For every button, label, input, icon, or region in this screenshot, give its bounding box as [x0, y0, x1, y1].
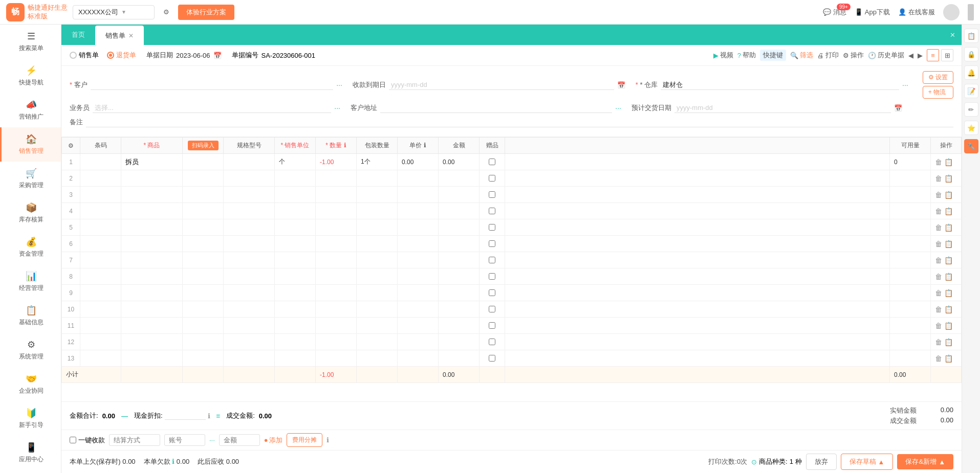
- spec-input-6[interactable]: [228, 256, 270, 264]
- product-input-10[interactable]: [125, 322, 178, 329]
- row-note-6[interactable]: [505, 252, 890, 268]
- row-unit-price-1[interactable]: [398, 170, 439, 187]
- col-settings[interactable]: ⚙: [62, 138, 80, 154]
- gift-check-8[interactable]: [489, 289, 495, 296]
- history-btn[interactable]: 🕐历史单据: [868, 51, 904, 60]
- warehouse-dots[interactable]: ···: [902, 81, 908, 89]
- tab-home[interactable]: 首页: [61, 25, 95, 45]
- delete-icon-4[interactable]: 🗑: [935, 223, 942, 232]
- right-panel-btn-5[interactable]: ✏: [964, 102, 978, 117]
- spec-input-9[interactable]: [228, 305, 270, 313]
- barcode-input-2[interactable]: [84, 191, 117, 198]
- row-note-2[interactable]: [505, 187, 890, 203]
- row-barcode-10[interactable]: [80, 318, 121, 334]
- spec-input-12[interactable]: [228, 354, 270, 362]
- delivery-date-input[interactable]: [674, 103, 891, 113]
- row-qty-2[interactable]: [316, 187, 357, 203]
- row-qty-3[interactable]: [316, 203, 357, 219]
- row-gift-8[interactable]: [480, 285, 505, 301]
- row-gift-11[interactable]: [480, 334, 505, 350]
- row-spec-1[interactable]: [224, 170, 275, 187]
- row-spec-11[interactable]: [224, 334, 275, 350]
- delete-icon-5[interactable]: 🗑: [935, 240, 942, 248]
- sidebar-item-finance[interactable]: 💰 资金管理: [0, 230, 61, 264]
- row-barcode-3[interactable]: [80, 203, 121, 219]
- sidebar-item-base[interactable]: 📋 基础信息: [0, 299, 61, 333]
- sidebar-item-wechat[interactable]: 💬 企业微信: [0, 470, 61, 473]
- row-qty-5[interactable]: [316, 236, 357, 252]
- salesman-dots[interactable]: ···: [334, 104, 340, 112]
- copy-icon-11[interactable]: 📋: [944, 338, 953, 346]
- row-spec-10[interactable]: [224, 318, 275, 334]
- row-gift-1[interactable]: [480, 170, 505, 187]
- tab-close-all-icon[interactable]: ✕: [950, 31, 955, 39]
- delete-icon-6[interactable]: 🗑: [935, 256, 942, 264]
- row-product-5[interactable]: [121, 236, 183, 252]
- sidebar-item-apps[interactable]: 📱 应用中心: [0, 436, 61, 470]
- delete-icon-7[interactable]: 🗑: [935, 273, 942, 281]
- row-product-2[interactable]: [121, 187, 183, 203]
- spec-input-10[interactable]: [228, 322, 270, 329]
- amount-input[interactable]: [219, 434, 260, 446]
- product-input-1[interactable]: [125, 174, 178, 182]
- row-unit-price-6[interactable]: [398, 252, 439, 268]
- row-note-9[interactable]: [505, 301, 890, 318]
- product-input-3[interactable]: [125, 207, 178, 215]
- delivery-calendar-icon[interactable]: 📅: [894, 104, 902, 112]
- row-note-0[interactable]: [505, 154, 890, 170]
- expense-button[interactable]: 费用分摊: [287, 433, 322, 447]
- address-dots[interactable]: ···: [615, 104, 621, 112]
- row-spec-4[interactable]: [224, 219, 275, 236]
- print-btn[interactable]: 🖨打印: [817, 51, 839, 60]
- row-unit-price-2[interactable]: [398, 187, 439, 203]
- row-note-11[interactable]: [505, 334, 890, 350]
- copy-icon-5[interactable]: 📋: [944, 240, 953, 248]
- sidebar-item-system[interactable]: ⚙ 系统管理: [0, 333, 61, 367]
- row-unit-price-9[interactable]: [398, 301, 439, 318]
- barcode-input-4[interactable]: [84, 223, 117, 231]
- copy-icon-6[interactable]: 📋: [944, 256, 953, 264]
- row-product-9[interactable]: [121, 301, 183, 318]
- row-unit-price-3[interactable]: [398, 203, 439, 219]
- sidebar-item-sales[interactable]: 🏠 销售管理: [0, 127, 61, 162]
- copy-icon-12[interactable]: 📋: [944, 354, 953, 363]
- row-barcode-0[interactable]: [80, 154, 121, 170]
- row-barcode-1[interactable]: [80, 170, 121, 187]
- sidebar-item-guide[interactable]: 🔰 新手引导: [0, 401, 61, 436]
- spec-input-3[interactable]: [228, 207, 270, 215]
- row-product-11[interactable]: [121, 334, 183, 350]
- delete-icon-12[interactable]: 🗑: [935, 354, 942, 363]
- row-gift-2[interactable]: [480, 187, 505, 203]
- copy-icon-4[interactable]: 📋: [944, 223, 953, 232]
- product-input-0[interactable]: [125, 158, 178, 166]
- row-unit-price-10[interactable]: [398, 318, 439, 334]
- row-product-3[interactable]: [121, 203, 183, 219]
- row-barcode-8[interactable]: [80, 285, 121, 301]
- product-input-6[interactable]: [125, 256, 178, 264]
- row-gift-9[interactable]: [480, 301, 505, 318]
- scan-button[interactable]: 扫码录入: [188, 141, 219, 150]
- payment-calendar-icon[interactable]: 📅: [617, 81, 625, 89]
- row-gift-4[interactable]: [480, 219, 505, 236]
- payment-method-input[interactable]: [109, 434, 160, 446]
- info-icon[interactable]: ℹ: [208, 412, 210, 420]
- payable-info[interactable]: ℹ: [172, 458, 175, 465]
- help-btn[interactable]: ?帮助: [737, 51, 756, 60]
- delete-icon-3[interactable]: 🗑: [935, 207, 942, 215]
- row-qty-4[interactable]: [316, 219, 357, 236]
- product-input-7[interactable]: [125, 273, 178, 280]
- operations-btn[interactable]: ⚙操作: [843, 51, 864, 60]
- row-barcode-2[interactable]: [80, 187, 121, 203]
- row-note-4[interactable]: [505, 219, 890, 236]
- row-qty-8[interactable]: [316, 285, 357, 301]
- tab-close-icon[interactable]: ✕: [128, 32, 134, 39]
- row-note-8[interactable]: [505, 285, 890, 301]
- row-barcode-12[interactable]: [80, 350, 121, 367]
- gift-check-5[interactable]: [489, 240, 495, 247]
- copy-icon-2[interactable]: 📋: [944, 191, 953, 199]
- product-input-11[interactable]: [125, 338, 178, 346]
- gift-check-3[interactable]: [489, 208, 495, 214]
- row-gift-6[interactable]: [480, 252, 505, 268]
- grid-layout-icon[interactable]: ⊞: [941, 49, 953, 61]
- delete-icon-9[interactable]: 🗑: [935, 305, 942, 313]
